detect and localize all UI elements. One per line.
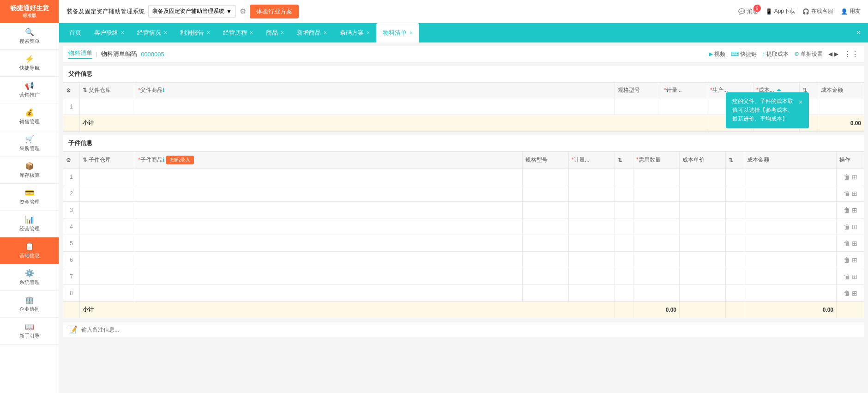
child-spec-2[interactable] (523, 185, 569, 202)
online-service-button[interactable]: 🎧 在线客服 (802, 7, 833, 15)
sidebar-item-purchase[interactable]: 🛒 采购管理 (0, 130, 59, 157)
child-unit-6[interactable] (569, 252, 615, 268)
tab-new-product-close[interactable]: × (324, 30, 327, 36)
sidebar-item-operations[interactable]: 📊 经营管理 (0, 211, 59, 237)
delete-icon-3[interactable]: 🗑 (844, 206, 850, 214)
sidebar-item-search[interactable]: 🔍 搜索菜单 (0, 23, 59, 50)
tab-operation[interactable]: 经营情况 × (131, 23, 174, 42)
child-product-8[interactable] (135, 285, 523, 302)
child-unitcost-5[interactable] (680, 235, 726, 252)
tab-profit-close[interactable]: × (207, 30, 210, 36)
delete-icon-2[interactable]: 🗑 (844, 190, 850, 197)
child-spec-8[interactable] (523, 285, 569, 302)
tab-new-product[interactable]: 新增商品 × (290, 23, 333, 42)
child-unitcost-7[interactable] (680, 268, 726, 285)
tooltip-close-btn[interactable]: × (799, 97, 802, 107)
sidebar-item-system[interactable]: ⚙️ 系统管理 (0, 264, 59, 291)
parent-warehouse-1[interactable] (80, 98, 135, 115)
child-spec-4[interactable] (523, 218, 569, 235)
child-warehouse-4[interactable] (80, 218, 135, 235)
copy-icon-6[interactable]: ⊞ (852, 256, 857, 264)
child-warehouse-2[interactable] (80, 185, 135, 202)
copy-icon-8[interactable]: ⊞ (852, 290, 857, 297)
note-icon[interactable]: 📝 (68, 325, 78, 334)
message-button[interactable]: 💬 消息 6 (738, 7, 758, 15)
child-needed-8[interactable] (633, 285, 680, 302)
copy-icon-4[interactable]: ⊞ (852, 223, 857, 230)
child-needed-1[interactable] (633, 169, 680, 185)
parent-settings-icon[interactable]: ⚙ (66, 87, 71, 94)
child-needed-6[interactable] (633, 252, 680, 268)
child-product-1[interactable] (135, 169, 523, 185)
copy-icon-5[interactable]: ⊞ (852, 240, 857, 247)
next-icon[interactable]: ▶ (834, 51, 838, 57)
child-spec-3[interactable] (523, 202, 569, 218)
child-unit-5[interactable] (569, 235, 615, 252)
child-unitcost-3[interactable] (680, 202, 726, 218)
sidebar-item-quicknav[interactable]: ⚡ 快捷导航 (0, 50, 59, 77)
tab-operation-close[interactable]: × (164, 30, 167, 36)
child-spec-1[interactable] (523, 169, 569, 185)
close-all-tabs[interactable]: × (853, 29, 864, 37)
child-unit-4[interactable] (569, 218, 615, 235)
tab-barcode[interactable]: 条码方案 × (333, 23, 376, 42)
tab-product[interactable]: 商品 × (259, 23, 290, 42)
child-warehouse-1[interactable] (80, 169, 135, 185)
child-product-5[interactable] (135, 235, 523, 252)
child-needed-2[interactable] (633, 185, 680, 202)
child-warehouse-3[interactable] (80, 202, 135, 218)
delete-icon-1[interactable]: 🗑 (844, 173, 850, 181)
sidebar-item-enterprise[interactable]: 🏢 企业协同 (0, 291, 59, 318)
child-product-4[interactable] (135, 218, 523, 235)
sidebar-item-finance[interactable]: 💳 资金管理 (0, 184, 59, 211)
tab-customer-close[interactable]: × (121, 30, 124, 36)
child-needed-3[interactable] (633, 202, 680, 218)
sidebar-item-sales[interactable]: 💰 销售管理 (0, 103, 59, 130)
tab-product-close[interactable]: × (281, 30, 284, 36)
child-product-6[interactable] (135, 252, 523, 268)
delete-icon-7[interactable]: 🗑 (844, 273, 850, 280)
copy-icon-2[interactable]: ⊞ (852, 190, 857, 197)
child-settings-icon[interactable]: ⚙ (66, 157, 71, 163)
child-warehouse-5[interactable] (80, 235, 135, 252)
child-needed-5[interactable] (633, 235, 680, 252)
child-product-7[interactable] (135, 268, 523, 285)
view-button[interactable]: ▶ 视频 (709, 50, 725, 58)
parent-spec-1[interactable] (615, 98, 661, 115)
copy-icon-7[interactable]: ⊞ (852, 273, 857, 280)
parent-product-1[interactable] (135, 98, 615, 115)
tab-history-close[interactable]: × (250, 30, 253, 36)
prev-icon[interactable]: ◀ (828, 51, 832, 57)
copy-icon-1[interactable]: ⊞ (852, 173, 857, 181)
tab-history[interactable]: 经营历程 × (217, 23, 259, 42)
child-unitcost-6[interactable] (680, 252, 726, 268)
child-needed-4[interactable] (633, 218, 680, 235)
grid-icon[interactable]: ⋮⋮ (844, 50, 859, 59)
child-unit-3[interactable] (569, 202, 615, 218)
tab-customer[interactable]: 客户联络 × (88, 23, 131, 42)
shortcut-button[interactable]: ⌨ 快捷键 (731, 50, 757, 58)
child-unitcost-4[interactable] (680, 218, 726, 235)
delete-icon-6[interactable]: 🗑 (844, 256, 850, 264)
single-settings-button[interactable]: ⚙ 单据设置 (794, 50, 823, 58)
child-spec-7[interactable] (523, 268, 569, 285)
child-warehouse-6[interactable] (80, 252, 135, 268)
child-needed-7[interactable] (633, 268, 680, 285)
child-unit-7[interactable] (569, 268, 615, 285)
child-unit-1[interactable] (569, 169, 615, 185)
settings-icon[interactable]: ⚙ (240, 7, 246, 16)
child-warehouse-8[interactable] (80, 285, 135, 302)
child-spec-6[interactable] (523, 252, 569, 268)
child-unit-8[interactable] (569, 285, 615, 302)
tab-barcode-close[interactable]: × (367, 30, 370, 36)
extract-cost-button[interactable]: ↑ 提取成本 (762, 50, 789, 58)
sidebar-item-basic-info[interactable]: 📋 基础信息 (0, 237, 59, 264)
parent-unit-1[interactable] (661, 98, 707, 115)
sidebar-item-marketing[interactable]: 📢 营销推广 (0, 77, 59, 103)
child-unitcost-1[interactable] (680, 169, 726, 185)
tab-bom[interactable]: 物料清单 × (376, 23, 419, 42)
user-menu[interactable]: 👤 用友 (841, 7, 861, 15)
child-product-3[interactable] (135, 202, 523, 218)
child-unitcost-2[interactable] (680, 185, 726, 202)
child-spec-5[interactable] (523, 235, 569, 252)
